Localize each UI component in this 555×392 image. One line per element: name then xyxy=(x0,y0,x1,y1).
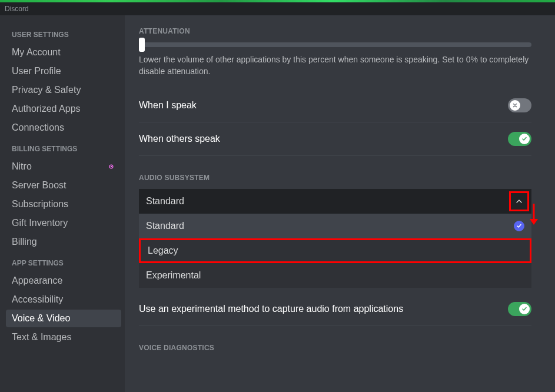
sidebar-item-label: Accessibility xyxy=(12,294,63,305)
toggle-row-when-others-speak: When others speak xyxy=(139,122,531,156)
dropdown-option-experimental[interactable]: Experimental xyxy=(139,263,531,288)
sidebar-item-server-boost[interactable]: Server Boost xyxy=(6,177,121,194)
sidebar-item-label: Billing xyxy=(12,237,37,247)
sidebar-item-label: User Profile xyxy=(12,66,61,77)
sidebar-item-my-account[interactable]: My Account xyxy=(6,44,121,61)
check-icon xyxy=(521,136,527,142)
titlebar: Discord xyxy=(0,2,555,15)
voice-diagnostics-header: VOICE DIAGNOSTICS xyxy=(139,344,531,352)
annotation-red-box-chevron xyxy=(509,191,529,211)
sidebar-item-voice-video[interactable]: Voice & Video xyxy=(6,310,121,327)
sidebar-item-text-images[interactable]: Text & Images xyxy=(6,328,121,346)
sidebar-group-header: APP SETTINGS xyxy=(6,255,121,271)
sidebar-item-billing[interactable]: Billing xyxy=(6,233,121,251)
sidebar-group-header: USER SETTINGS xyxy=(6,27,121,42)
attenuation-header: ATTENUATION xyxy=(139,27,531,35)
toggle-experimental-capture[interactable] xyxy=(508,302,531,316)
toggle-when-others-speak[interactable] xyxy=(508,132,531,146)
sidebar-item-appearance[interactable]: Appearance xyxy=(6,272,121,290)
sidebar-item-label: Gift Inventory xyxy=(12,218,68,228)
sidebar-item-label: Privacy & Safety xyxy=(12,85,81,95)
sidebar-item-label: Connections xyxy=(12,122,64,133)
dropdown-selected[interactable]: Standard xyxy=(139,189,531,214)
sidebar-item-label: Appearance xyxy=(12,275,62,286)
dropdown-option-label: Standard xyxy=(146,221,184,231)
check-icon xyxy=(521,306,527,312)
audio-subsystem-dropdown: Standard StandardLegacyExperimental xyxy=(139,189,531,288)
sidebar-item-label: Voice & Video xyxy=(12,313,70,324)
annotation-red-arrow xyxy=(528,202,540,226)
attenuation-helper: Lower the volume of other applications b… xyxy=(139,54,531,77)
dropdown-option-standard[interactable]: Standard xyxy=(139,214,531,238)
audio-subsystem-header: AUDIO SUBSYSTEM xyxy=(139,174,531,182)
toggle-row-when-i-speak: When I speak xyxy=(139,89,531,122)
sidebar-item-accessibility[interactable]: Accessibility xyxy=(6,291,121,308)
toggle-label: Use an experimental method to capture au… xyxy=(139,304,403,314)
dropdown-option-label: Experimental xyxy=(146,270,201,281)
attenuation-slider[interactable] xyxy=(139,42,531,47)
toggle-label: When others speak xyxy=(139,134,220,144)
sidebar-item-gift-inventory[interactable]: Gift Inventory xyxy=(6,214,121,232)
x-icon xyxy=(512,102,518,108)
sidebar-item-label: Server Boost xyxy=(12,180,66,191)
sidebar-group-header: BILLING SETTINGS xyxy=(6,141,121,157)
toggle-row-experimental-capture: Use an experimental method to capture au… xyxy=(139,293,531,326)
sidebar-item-connections[interactable]: Connections xyxy=(6,119,121,137)
dropdown-option-legacy[interactable]: Legacy xyxy=(139,238,531,263)
sidebar-item-label: Authorized Apps xyxy=(12,104,81,114)
app-name: Discord xyxy=(5,5,29,13)
nitro-badge-icon xyxy=(107,162,115,171)
sidebar-item-privacy-safety[interactable]: Privacy & Safety xyxy=(6,81,121,99)
sidebar-item-subscriptions[interactable]: Subscriptions xyxy=(6,195,121,213)
sidebar-item-nitro[interactable]: Nitro xyxy=(6,158,121,175)
settings-sidebar: USER SETTINGSMy AccountUser ProfilePriva… xyxy=(0,15,125,392)
settings-main: ATTENUATION Lower the volume of other ap… xyxy=(125,15,555,392)
sidebar-item-user-profile[interactable]: User Profile xyxy=(6,62,121,80)
toggle-label: When I speak xyxy=(139,100,197,111)
dropdown-selected-label: Standard xyxy=(146,196,184,207)
sidebar-item-label: Subscriptions xyxy=(12,199,68,210)
svg-point-1 xyxy=(111,166,112,167)
chevron-up-icon xyxy=(514,197,524,206)
selected-check-icon xyxy=(514,221,524,231)
dropdown-option-label: Legacy xyxy=(148,245,178,256)
dropdown-options-list: StandardLegacyExperimental xyxy=(139,214,531,288)
slider-thumb[interactable] xyxy=(139,38,145,52)
sidebar-item-label: Text & Images xyxy=(12,332,71,343)
toggle-when-i-speak[interactable] xyxy=(508,98,531,112)
sidebar-item-authorized-apps[interactable]: Authorized Apps xyxy=(6,100,121,118)
sidebar-item-label: My Account xyxy=(12,47,61,58)
sidebar-item-label: Nitro xyxy=(12,161,32,172)
